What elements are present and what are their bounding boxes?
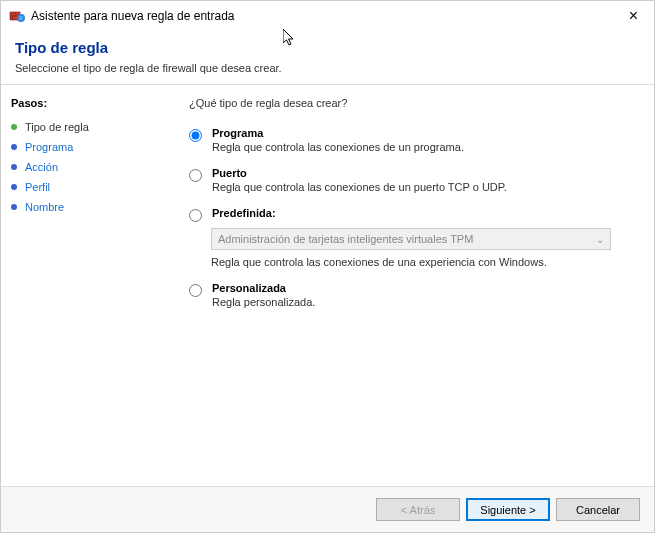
- predef-dropdown: Administración de tarjetas inteligentes …: [211, 228, 611, 250]
- radio-puerto[interactable]: [189, 169, 202, 182]
- option-puerto[interactable]: Puerto Regla que controla las conexiones…: [189, 167, 636, 193]
- page-title: Tipo de regla: [15, 39, 640, 56]
- steps-heading: Pasos:: [11, 97, 161, 109]
- step-nombre[interactable]: Nombre: [11, 197, 161, 217]
- option-desc: Regla que controla las conexiones de un …: [212, 181, 636, 193]
- predef-select-wrap: Administración de tarjetas inteligentes …: [211, 228, 611, 250]
- svg-point-7: [19, 16, 23, 20]
- close-button[interactable]: ×: [621, 7, 646, 25]
- step-accion[interactable]: Acción: [11, 157, 161, 177]
- option-title: Predefinida:: [212, 207, 636, 219]
- header: Tipo de regla Seleccione el tipo de regl…: [1, 31, 654, 84]
- option-title: Programa: [212, 127, 636, 139]
- chevron-down-icon: ⌄: [596, 234, 604, 245]
- question-text: ¿Qué tipo de regla desea crear?: [189, 97, 636, 109]
- radio-predefinida[interactable]: [189, 209, 202, 222]
- titlebar: Asistente para nueva regla de entrada ×: [1, 1, 654, 31]
- radio-personalizada[interactable]: [189, 284, 202, 297]
- option-desc: Regla personalizada.: [212, 296, 636, 308]
- option-title: Puerto: [212, 167, 636, 179]
- step-programa[interactable]: Programa: [11, 137, 161, 157]
- steps-sidebar: Pasos: Tipo de regla Programa Acción Per…: [1, 85, 171, 484]
- option-personalizada[interactable]: Personalizada Regla personalizada.: [189, 282, 636, 308]
- next-button[interactable]: Siguiente >: [466, 498, 550, 521]
- option-title: Personalizada: [212, 282, 636, 294]
- predef-desc: Regla que controla las conexiones de una…: [211, 256, 636, 268]
- page-subtitle: Seleccione el tipo de regla de firewall …: [15, 62, 640, 74]
- option-programa[interactable]: Programa Regla que controla las conexion…: [189, 127, 636, 153]
- radio-programa[interactable]: [189, 129, 202, 142]
- back-button: < Atrás: [376, 498, 460, 521]
- step-tipo-de-regla[interactable]: Tipo de regla: [11, 117, 161, 137]
- option-predefinida[interactable]: Predefinida:: [189, 207, 636, 222]
- step-perfil[interactable]: Perfil: [11, 177, 161, 197]
- option-desc: Regla que controla las conexiones de un …: [212, 141, 636, 153]
- cancel-button[interactable]: Cancelar: [556, 498, 640, 521]
- predef-value: Administración de tarjetas inteligentes …: [218, 233, 473, 245]
- firewall-icon: [9, 8, 25, 24]
- footer: < Atrás Siguiente > Cancelar: [1, 486, 654, 532]
- window-title: Asistente para nueva regla de entrada: [31, 9, 234, 23]
- main-panel: ¿Qué tipo de regla desea crear? Programa…: [171, 85, 654, 484]
